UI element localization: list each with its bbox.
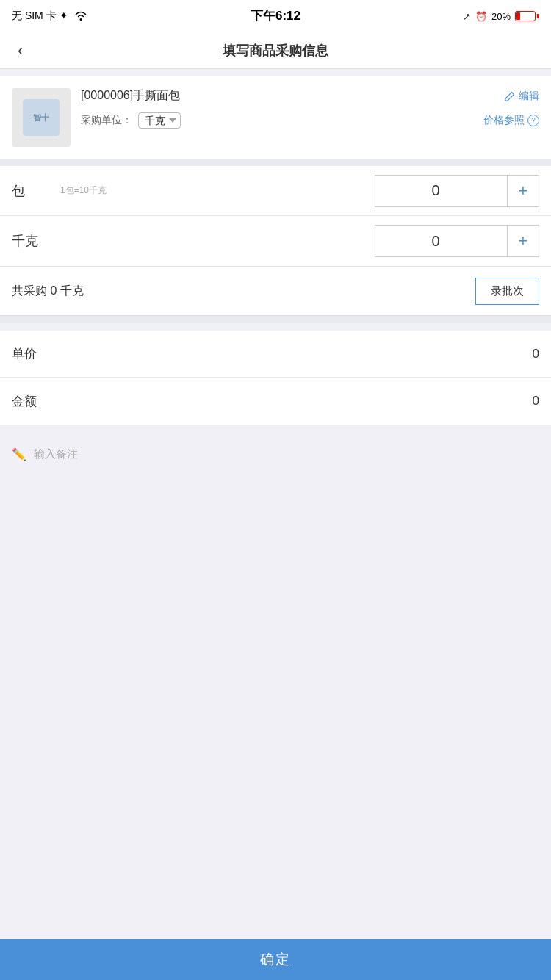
product-unit-row: 采购单位： 千克 包 价格参照 ? [81,112,539,129]
unit-select[interactable]: 千克 包 [138,112,181,129]
kg-quantity-input[interactable] [375,225,507,257]
confirm-button[interactable]: 确定 [0,939,551,980]
bao-input-group: + [375,175,539,207]
page-title: 填写商品采购信息 [223,42,328,60]
bao-sublabel: 1包=10千克 [60,184,107,197]
status-time: 下午6:12 [251,7,300,24]
amount-value: 0 [533,394,539,408]
kg-input-row: 千克 + [0,216,551,266]
unit-price-row: 单价 0 [0,331,551,378]
product-name-row: [0000006]手撕面包 编辑 [81,88,539,104]
bao-plus-button[interactable]: + [507,175,539,207]
unit-label: 采购单位： 千克 包 [81,112,181,129]
note-placeholder: 输入备注 [34,447,78,461]
edit-button[interactable]: 编辑 [505,90,539,103]
price-ref-label: 价格参照 [483,114,525,127]
back-button[interactable]: ‹ [12,35,29,66]
product-section: 智十 [0000006]手撕面包 编辑 采购单位： 千克 包 价格参照 ? [0,76,551,159]
note-pencil-icon: ✏️ [12,447,26,461]
location-icon: ↗ [463,11,471,22]
confirm-button-area: 确定 [0,939,551,980]
product-thumbnail: 智十 [23,99,60,136]
kg-input-group: + [375,225,539,257]
status-bar: 无 SIM 卡 ✦ 下午6:12 ↗ ⏰ 20% [0,0,551,32]
status-left: 无 SIM 卡 ✦ [12,10,87,23]
alarm-icon: ⏰ [475,11,487,22]
note-section[interactable]: ✏️ 输入备注 [0,432,551,476]
product-img-label: 智十 [33,112,49,123]
wifi-icon [74,10,87,23]
help-icon: ? [527,115,539,126]
product-details: [0000006]手撕面包 编辑 采购单位： 千克 包 价格参照 ? [81,88,539,129]
battery-icon [515,11,539,21]
sim-label: 无 SIM 卡 ✦ [12,10,68,23]
quantity-input-section: 包 1包=10千克 + 千克 + [0,166,551,266]
section-divider-1 [0,159,551,166]
kg-label: 千克 [12,232,56,250]
kg-plus-button[interactable]: + [507,225,539,257]
price-section: 单价 0 金额 0 [0,331,551,425]
bao-input-row: 包 1包=10千克 + [0,166,551,216]
status-right: ↗ ⏰ 20% [463,11,539,22]
section-divider-2 [0,316,551,323]
amount-label: 金额 [12,393,37,410]
unit-label-text: 采购单位： [81,114,132,127]
edit-label: 编辑 [519,90,539,103]
record-batch-button[interactable]: 录批次 [475,278,539,305]
unit-price-value: 0 [533,347,539,361]
total-row: 共采购 0 千克 录批次 [0,266,551,316]
price-reference-button[interactable]: 价格参照 ? [483,114,539,127]
product-name: [0000006]手撕面包 [81,88,180,104]
battery-percent: 20% [491,11,511,22]
total-label: 共采购 0 千克 [12,284,84,299]
bao-label: 包 [12,182,56,200]
unit-price-label: 单价 [12,345,37,362]
amount-row: 金额 0 [0,378,551,425]
background-filler [0,476,551,939]
product-image: 智十 [12,88,71,147]
bao-quantity-input[interactable] [375,175,507,207]
nav-bar: ‹ 填写商品采购信息 [0,32,551,69]
